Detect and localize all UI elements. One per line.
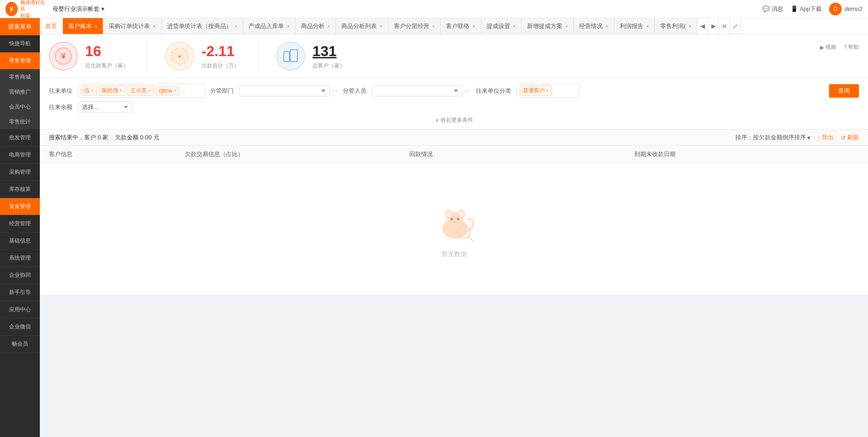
tab-close-goods-analysis[interactable]: × [327,24,330,29]
sidebar-item-operations[interactable]: 经营管理 [0,215,40,233]
export-btn[interactable]: ↑ 导出 [818,133,834,142]
tab-close-profit-report[interactable]: × [646,24,649,29]
unit-tag-3-remove[interactable]: × [174,88,177,93]
sidebar-label-basics: 基础信息 [9,238,31,244]
query-button[interactable]: 查询 [829,84,859,98]
sidebar-item-app-center[interactable]: 应用中心 [0,301,40,318]
sidebar-item-system[interactable]: 系统管理 [0,250,40,267]
tab-close-customer-book[interactable]: × [95,24,97,29]
total-customers2-label: 总客户（家） [312,62,345,70]
unit-type-tag-label: 普通客户 [523,87,545,95]
unit-type-tag[interactable]: 普通客户 × [520,86,552,96]
unit-type-wrap[interactable]: 普通客户 × [517,84,580,98]
unit-tag-2[interactable]: 王小亮 × [127,86,154,96]
dept-select[interactable] [239,85,330,96]
tab-prev-btn[interactable]: ◀ [697,18,708,34]
tab-production-entry[interactable]: 产成品入库单 × [243,18,295,34]
tab-customer-contact[interactable]: 客户联络 × [441,18,481,34]
tab-inbound-stats[interactable]: 进货单统计表（按商品） × [162,18,243,34]
app-download-btn[interactable]: 📱 App下载 [791,5,822,13]
tab-close-inbound-stats[interactable]: × [235,24,237,29]
tab-goods-analysis[interactable]: 商品分析 × [296,18,336,34]
tab-new-plan[interactable]: 新增提成方案 × [522,18,574,34]
sidebar-sub-marketing[interactable]: 营销推广 [0,85,40,100]
svg-point-11 [459,211,464,217]
unit-tag-0-remove[interactable]: × [91,88,94,93]
tab-purchase-stats[interactable]: 采购订单统计表 × [103,18,161,34]
sidebar-item-vip[interactable]: 畅会员 [0,336,40,353]
tab-goods-analysis-list[interactable]: 商品分析列表 × [336,18,388,34]
empty-icon [432,200,477,245]
person-select[interactable] [372,85,462,96]
tab-profit-report[interactable]: 利润报告 × [614,18,655,34]
tab-mention-settings[interactable]: 提成设置 × [481,18,522,34]
tab-close-new-plan[interactable]: × [565,24,568,29]
unit-tag-more[interactable]: ... [181,87,186,94]
tab-expand-btn[interactable]: ⤢ [730,18,741,34]
user-area[interactable]: D demo2 [829,3,863,15]
tab-operations-status-label: 经营情况 [579,22,603,30]
sidebar-sub-members[interactable]: 会员中心 [0,100,40,114]
stat-icon-total [276,42,305,71]
sidebar-item-new-guide[interactable]: 新手引导 [0,284,40,301]
sidebar-item-purchase[interactable]: 采购管理 [0,164,40,181]
tab-close-customer-contact[interactable]: × [472,24,475,29]
sidebar-item-ecommerce[interactable]: 电商管理 [0,147,40,164]
sidebar-item-enterprise[interactable]: 企业协同 [0,267,40,284]
logo-text: 畅捷通好生意 标版 [20,0,45,19]
unit-tag-1-remove[interactable]: × [120,88,122,93]
tab-close-customer-tier[interactable]: × [432,24,435,29]
message-label: 消息 [772,5,783,13]
logo-area: ¥ 畅捷通好生意 标版 [5,0,45,19]
sidebar-label-retail-stats: 零售统计 [9,119,31,125]
sidebar-item-wholesale[interactable]: 批发管理 [0,129,40,147]
message-btn[interactable]: 💬 消息 [762,5,783,13]
sidebar-item-finance[interactable]: 资金管理 [0,198,40,215]
chevron-down-icon: ▾ [101,5,105,12]
tab-retail-profit[interactable]: 零售利润( × [655,18,697,34]
unit-tag-2-remove[interactable]: × [148,88,151,93]
sidebar-sub-retail-stats[interactable]: 零售统计 [0,114,40,129]
collapse-btn[interactable]: ∧ 收起更多条件 [49,116,859,124]
app-subtitle: 标版 [20,12,45,19]
unit-tag-0[interactable]: 伍 × [81,86,97,96]
sidebar-item-retail-mgmt[interactable]: 零售管理 [0,52,40,70]
tab-close-goods-analysis-list[interactable]: × [379,24,382,29]
svg-point-13 [457,218,460,220]
tab-close-all-btn[interactable]: ✕ [719,18,730,34]
unit-type-select[interactable] [585,86,604,96]
tab-mention-settings-label: 提成设置 [487,22,510,30]
tab-close-production-entry[interactable]: × [287,24,289,29]
help-btn[interactable]: ? 帮助 [844,43,859,51]
tab-home[interactable]: 首页 [40,18,63,34]
sidebar-label-finance: 资金管理 [9,203,31,209]
unit-tag-group[interactable]: 伍 × 陈民强 × 王小亮 × cjttcw × [78,84,205,98]
tab-close-mention-settings[interactable]: × [513,24,516,29]
refresh-btn[interactable]: ↺ 刷新 [841,133,859,142]
tab-customer-tier[interactable]: 客户分层经营 × [388,18,441,34]
tab-operations-status[interactable]: 经营情况 × [574,18,614,34]
unit-tag-1[interactable]: 陈民强 × [99,86,125,96]
unit-type-remove[interactable]: × [546,88,549,93]
tab-close-purchase-stats[interactable]: × [153,24,155,29]
account-selector[interactable]: 母婴行业演示帐套 ▾ [49,5,108,13]
tab-next-btn[interactable]: ▶ [708,18,719,34]
balance-select[interactable]: 选择... [78,101,132,113]
sidebar-item-wechat[interactable]: 企业微信 [0,318,40,336]
tab-close-retail-profit[interactable]: × [689,24,691,29]
unit-tag-3[interactable]: cjttcw × [156,86,180,95]
sidebar-item-quick-nav[interactable]: 快捷导航 [0,35,40,52]
app-title: 畅捷通好生意 [20,0,45,12]
sort-button[interactable]: 排序：按欠款金额倒序排序 ▾ [735,133,810,142]
video-btn[interactable]: ▶ 视频 [820,43,836,51]
sidebar-label-purchase: 采购管理 [9,169,31,175]
dept-dots[interactable]: ··· [331,87,337,95]
sidebar-search[interactable]: 搜索菜单 [0,18,40,35]
sidebar-item-basics[interactable]: 基础信息 [0,233,40,250]
sidebar-sub-retail-mall[interactable]: 零售商城 [0,70,40,85]
tab-customer-book[interactable]: 客户账本 × [63,18,103,34]
tab-close-operations-status[interactable]: × [605,24,608,29]
person-dots[interactable]: ··· [464,87,470,95]
sidebar-item-inventory[interactable]: 库存核算 [0,181,40,198]
stat-icon-overdue: ✦ [165,42,194,71]
